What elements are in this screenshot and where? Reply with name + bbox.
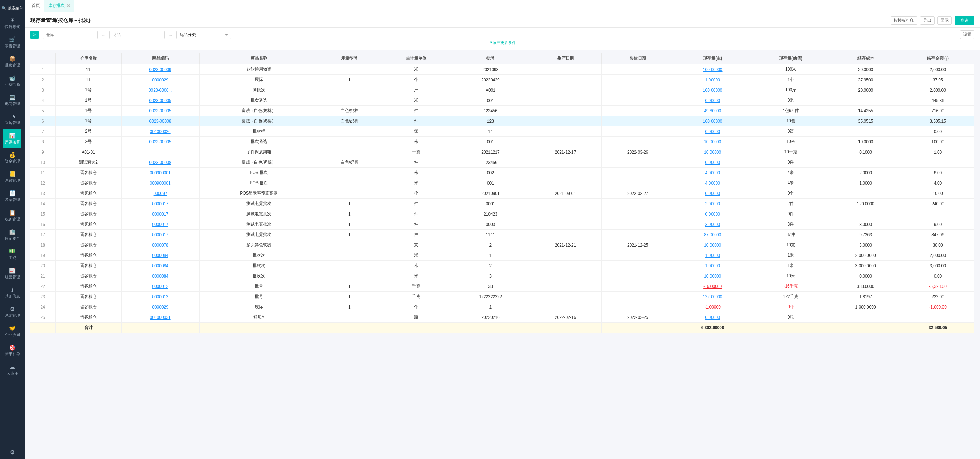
link-cell-2[interactable]: 0023-00008 bbox=[150, 160, 172, 165]
col-header-11: 结存成本 bbox=[830, 53, 901, 64]
link-cell-2[interactable]: 0000084 bbox=[152, 274, 168, 279]
sidebar-item-工资[interactable]: 💵工资 bbox=[3, 244, 21, 264]
link-cell-9[interactable]: 100.00000 bbox=[703, 67, 722, 72]
link-cell-9[interactable]: 49.60000 bbox=[704, 108, 721, 113]
goods-input[interactable] bbox=[110, 31, 165, 39]
link-cell-9[interactable]: 0.00000 bbox=[705, 98, 720, 103]
table-row: 12晋客粮仓000900001POS 批次米0014.000004米1.0000… bbox=[30, 178, 975, 188]
link-cell-9[interactable]: 0.00000 bbox=[705, 160, 720, 165]
table-cell-1: 2号 bbox=[56, 137, 121, 147]
table-cell-12: 222.00 bbox=[901, 292, 975, 302]
link-cell-2[interactable]: 0000012 bbox=[152, 295, 168, 299]
export-button[interactable]: 导出 bbox=[920, 16, 935, 25]
link-cell-9[interactable]: -16.00000 bbox=[703, 284, 722, 289]
show-button[interactable]: 显示 bbox=[937, 16, 952, 25]
table-cell-7 bbox=[530, 250, 602, 261]
link-cell-2[interactable]: 000097 bbox=[154, 191, 167, 196]
table-cell-2: 0023-00008 bbox=[121, 116, 199, 126]
sidebar-item-资金管理[interactable]: 💰资金管理 bbox=[3, 148, 21, 167]
sidebar-item-总账管理[interactable]: 📒总账管理 bbox=[3, 167, 21, 186]
info-icon[interactable]: i bbox=[944, 56, 949, 61]
link-cell-2[interactable]: 0000017 bbox=[152, 222, 168, 227]
table-row: 13晋客粮仓000097POS显示率预算高覆个202109012021-09-0… bbox=[30, 188, 975, 199]
tab-库存批次[interactable]: 库存批次✕ bbox=[44, 0, 74, 13]
table-cell-3: 批次遴选 bbox=[199, 96, 318, 106]
link-cell-9[interactable]: 87.00000 bbox=[704, 233, 721, 237]
sidebar-item-系统管理[interactable]: ⚙系统管理 bbox=[3, 302, 21, 322]
link-cell-9[interactable]: 1.00000 bbox=[705, 78, 720, 82]
link-cell-9[interactable]: 100.00000 bbox=[703, 88, 722, 92]
link-cell-9[interactable]: 100.00000 bbox=[703, 119, 722, 124]
link-cell-9[interactable]: 0.00000 bbox=[705, 315, 720, 320]
link-cell-2[interactable]: 0023-00008 bbox=[150, 119, 172, 124]
link-cell-9[interactable]: -1.00000 bbox=[704, 305, 721, 309]
gear-icon: ⚙ bbox=[10, 449, 15, 455]
link-cell-9[interactable]: 10.00000 bbox=[704, 150, 721, 155]
category-select[interactable]: 商品分类 bbox=[176, 31, 231, 39]
sidebar-settings[interactable]: ⚙ bbox=[0, 446, 25, 459]
tab-close-icon[interactable]: ✕ bbox=[67, 3, 70, 8]
link-cell-9[interactable]: 4.00000 bbox=[705, 171, 720, 175]
link-cell-9[interactable]: 1.00000 bbox=[705, 253, 720, 258]
sidebar-item-基础信息[interactable]: ℹ基础信息 bbox=[3, 283, 21, 302]
sidebar-item-固定资产[interactable]: 🏢固定资产 bbox=[3, 225, 21, 244]
link-cell-9[interactable]: 122.00000 bbox=[703, 295, 722, 299]
sidebar-item-税务管理[interactable]: 📋税务管理 bbox=[3, 206, 21, 225]
link-cell-2[interactable]: 001000031 bbox=[150, 315, 171, 320]
sidebar-item-电商管理[interactable]: 💻电商管理 bbox=[3, 91, 21, 110]
link-cell-2[interactable]: 0023-00005 bbox=[150, 139, 172, 144]
link-cell-2[interactable]: 0023-00009 bbox=[150, 67, 172, 72]
link-cell-9[interactable]: 0.00000 bbox=[705, 129, 720, 134]
table-row: 2110000029展际1个202204291.000001个37.950037… bbox=[30, 75, 975, 85]
link-cell-9[interactable]: 0.00000 bbox=[705, 212, 720, 217]
sidebar-item-采购管理[interactable]: 🛍采购管理 bbox=[3, 110, 21, 129]
table-cell-9: 1.00000 bbox=[674, 250, 751, 261]
settings-button[interactable]: 设置 bbox=[960, 30, 975, 39]
link-cell-2[interactable]: 001000026 bbox=[150, 129, 171, 134]
link-cell-9[interactable]: 4.00000 bbox=[705, 181, 720, 186]
link-cell-2[interactable]: 000900001 bbox=[150, 171, 171, 175]
sidebar-item-快捷导航[interactable]: ⊞快捷导航 bbox=[3, 13, 21, 33]
link-cell-9[interactable]: 10.00000 bbox=[704, 274, 721, 279]
link-cell-2[interactable]: 0023-00005 bbox=[150, 108, 172, 113]
link-cell-2[interactable]: 0023-0000... bbox=[149, 88, 172, 92]
warehouse-input[interactable] bbox=[43, 31, 98, 39]
table-cell-8 bbox=[602, 157, 674, 168]
link-cell-2[interactable]: 0000017 bbox=[152, 212, 168, 217]
sidebar-search[interactable]: 🔍 搜索菜单 bbox=[0, 3, 25, 13]
link-cell-2[interactable]: 0000084 bbox=[152, 253, 168, 258]
sidebar-item-库存核算[interactable]: 📊库存核算 bbox=[3, 129, 21, 148]
table-cell-9: 0.00000 bbox=[674, 96, 751, 106]
link-cell-2[interactable]: 0000029 bbox=[152, 305, 168, 309]
sidebar-item-云应用[interactable]: ☁云应用 bbox=[3, 360, 21, 379]
link-cell-2[interactable]: 0000078 bbox=[152, 243, 168, 247]
table-cell-5: 筐 bbox=[381, 126, 452, 137]
sidebar-item-经营管理[interactable]: 📈经营管理 bbox=[3, 264, 21, 283]
link-cell-2[interactable]: 0000017 bbox=[152, 201, 168, 206]
link-cell-2[interactable]: 0000017 bbox=[152, 233, 168, 237]
link-cell-9[interactable]: 0.00000 bbox=[705, 191, 720, 196]
sidebar-item-新手引导[interactable]: 🎯新手引导 bbox=[3, 341, 21, 360]
link-cell-2[interactable]: 0000012 bbox=[152, 284, 168, 289]
link-cell-9[interactable]: 3.00000 bbox=[705, 222, 720, 227]
link-cell-9[interactable]: 10.00000 bbox=[704, 139, 721, 144]
sidebar-item-发票管理[interactable]: 🧾发票管理 bbox=[3, 186, 21, 206]
link-cell-9[interactable]: 1.00000 bbox=[705, 263, 720, 268]
filter-arrow-button[interactable]: > bbox=[30, 31, 38, 39]
link-cell-9[interactable]: 2.00000 bbox=[705, 201, 720, 206]
link-cell-9[interactable]: 10.00000 bbox=[704, 243, 721, 247]
table-cell-10: 0件 bbox=[751, 157, 830, 168]
link-cell-2[interactable]: 000900001 bbox=[150, 181, 171, 186]
query-button[interactable]: 查询 bbox=[955, 16, 975, 25]
filter-expand-button[interactable]: ▼ 展开更多条件 bbox=[30, 39, 975, 47]
tab-首页[interactable]: 首页 bbox=[27, 0, 44, 13]
sidebar-item-零售管理[interactable]: 🛒零售管理 bbox=[3, 33, 21, 52]
link-cell-2[interactable]: 0023-00005 bbox=[150, 98, 172, 103]
link-cell-2[interactable]: 0000084 bbox=[152, 263, 168, 268]
sidebar-item-批发管理[interactable]: 📦批发管理 bbox=[3, 52, 21, 71]
link-cell-2[interactable]: 0000029 bbox=[152, 78, 168, 82]
table-cell-11: 9.7363 bbox=[830, 230, 901, 240]
sidebar-item-企业协同[interactable]: 🤝企业协同 bbox=[3, 322, 21, 341]
print-button[interactable]: 按模板打印 bbox=[891, 16, 917, 25]
sidebar-item-小鲸电商[interactable]: 🐋小鲸电商 bbox=[3, 71, 21, 91]
